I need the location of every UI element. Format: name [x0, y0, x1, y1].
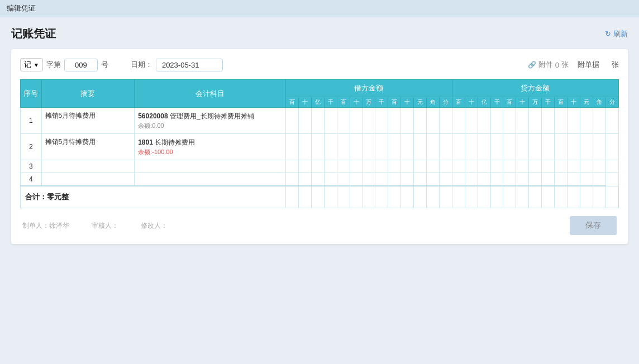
debit-cell-r1-c12[interactable] — [427, 108, 440, 134]
credit-cell-r1-c9[interactable] — [555, 108, 568, 134]
debit-cell-r1-c1[interactable] — [286, 108, 299, 134]
credit-cell-r3-c6[interactable] — [516, 160, 529, 173]
attachment-link[interactable]: 🔗 附件 0 张 — [528, 60, 569, 70]
credit-cell-r3-c11[interactable] — [580, 160, 593, 173]
debit-cell-r3-c8[interactable] — [375, 160, 388, 173]
debit-cell-r4-c11[interactable] — [414, 173, 427, 186]
row-summary-1[interactable]: 摊销5月待摊费用 — [41, 108, 135, 134]
debit-cell-r4-c2[interactable] — [298, 173, 311, 186]
debit-cell-r3-c3[interactable] — [311, 160, 324, 173]
debit-cell-r4-c13[interactable] — [439, 173, 452, 186]
credit-cell-r1-c7[interactable] — [529, 108, 542, 134]
credit-cell-r3-c5[interactable] — [503, 160, 516, 173]
row-summary-3[interactable] — [41, 160, 135, 173]
type-select[interactable]: 记 ▼ — [20, 58, 43, 71]
credit-cell-r2-c5[interactable] — [503, 134, 516, 160]
credit-cell-r3-c7[interactable] — [529, 160, 542, 173]
debit-cell-r2-c1[interactable] — [286, 134, 299, 160]
row-account-4[interactable] — [135, 173, 286, 186]
debit-cell-r4-c5[interactable] — [337, 173, 350, 186]
debit-cell-r4-c12[interactable] — [427, 173, 440, 186]
credit-cell-r1-c6[interactable] — [516, 108, 529, 134]
debit-cell-r1-c10[interactable] — [401, 108, 414, 134]
credit-cell-r2-c2[interactable] — [465, 134, 478, 160]
credit-cell-r1-c12[interactable] — [593, 108, 605, 134]
debit-cell-r2-c12[interactable] — [427, 134, 440, 160]
row-summary-4[interactable] — [41, 173, 135, 186]
credit-cell-r4-c1[interactable] — [452, 173, 465, 186]
debit-cell-r2-c13[interactable] — [439, 134, 452, 160]
debit-cell-r4-c10[interactable] — [401, 173, 414, 186]
credit-cell-r4-c2[interactable] — [465, 173, 478, 186]
credit-cell-r1-c13[interactable] — [605, 108, 618, 134]
credit-cell-r4-c7[interactable] — [529, 173, 542, 186]
credit-cell-r3-c8[interactable] — [542, 160, 555, 173]
credit-cell-r2-c1[interactable] — [452, 134, 465, 160]
credit-cell-r3-c10[interactable] — [568, 160, 580, 173]
debit-cell-r3-c11[interactable] — [414, 160, 427, 173]
debit-cell-r3-c1[interactable] — [286, 160, 299, 173]
credit-cell-r1-c4[interactable] — [490, 108, 503, 134]
credit-cell-r1-c8[interactable] — [542, 108, 555, 134]
credit-cell-r2-c6[interactable] — [516, 134, 529, 160]
debit-cell-r1-c4[interactable] — [324, 108, 337, 134]
debit-cell-r1-c8[interactable] — [375, 108, 388, 134]
credit-cell-r2-c11[interactable] — [580, 134, 593, 160]
debit-cell-r2-c6[interactable] — [350, 134, 363, 160]
debit-cell-r3-c6[interactable] — [350, 160, 363, 173]
credit-cell-r2-c3[interactable] — [478, 134, 490, 160]
debit-cell-r1-c7[interactable] — [363, 108, 375, 134]
save-button[interactable]: 保存 — [570, 216, 617, 235]
row-account-1[interactable]: 56020008 管理费用_长期待摊费用摊销余额:0.00 — [135, 108, 286, 134]
credit-cell-r3-c12[interactable] — [593, 160, 605, 173]
debit-cell-r4-c9[interactable] — [388, 173, 401, 186]
debit-cell-r2-c2[interactable] — [298, 134, 311, 160]
credit-cell-r1-c10[interactable] — [568, 108, 580, 134]
debit-cell-r2-c7[interactable] — [363, 134, 375, 160]
debit-cell-r3-c9[interactable] — [388, 160, 401, 173]
debit-cell-r4-c4[interactable] — [324, 173, 337, 186]
debit-cell-r3-c12[interactable] — [427, 160, 440, 173]
credit-cell-r2-c4[interactable] — [490, 134, 503, 160]
credit-cell-r2-c7[interactable] — [529, 134, 542, 160]
credit-cell-r2-c12[interactable] — [593, 134, 605, 160]
credit-cell-r2-c8[interactable] — [542, 134, 555, 160]
debit-cell-r4-c7[interactable] — [363, 173, 375, 186]
debit-cell-r2-c5[interactable] — [337, 134, 350, 160]
debit-cell-r2-c9[interactable] — [388, 134, 401, 160]
credit-cell-r2-c13[interactable] — [605, 134, 618, 160]
debit-cell-r3-c4[interactable] — [324, 160, 337, 173]
credit-cell-r3-c4[interactable] — [490, 160, 503, 173]
credit-cell-r4-c3[interactable] — [478, 173, 490, 186]
debit-cell-r2-c10[interactable] — [401, 134, 414, 160]
row-account-2[interactable]: 1801 长期待摊费用余额:-100.00 — [135, 134, 286, 160]
credit-cell-r4-c5[interactable] — [503, 173, 516, 186]
credit-cell-r1-c1[interactable] — [452, 108, 465, 134]
debit-cell-r2-c11[interactable] — [414, 134, 427, 160]
debit-cell-r3-c13[interactable] — [439, 160, 452, 173]
credit-cell-r4-c11[interactable] — [580, 173, 593, 186]
debit-cell-r1-c2[interactable] — [298, 108, 311, 134]
credit-cell-r3-c9[interactable] — [555, 160, 568, 173]
credit-cell-r3-c13[interactable] — [605, 160, 618, 173]
voucher-number-input[interactable] — [64, 59, 98, 71]
credit-cell-r1-c11[interactable] — [580, 108, 593, 134]
credit-cell-r2-c9[interactable] — [555, 134, 568, 160]
credit-cell-r4-c8[interactable] — [542, 173, 555, 186]
date-input[interactable] — [156, 59, 223, 71]
credit-cell-r1-c5[interactable] — [503, 108, 516, 134]
debit-cell-r4-c3[interactable] — [311, 173, 324, 186]
row-summary-2[interactable]: 摊销5月待摊费用 — [41, 134, 135, 160]
credit-cell-r3-c1[interactable] — [452, 160, 465, 173]
credit-cell-r4-c10[interactable] — [568, 173, 580, 186]
credit-cell-r4-c4[interactable] — [490, 173, 503, 186]
row-account-3[interactable] — [135, 160, 286, 173]
credit-cell-r4-c9[interactable] — [555, 173, 568, 186]
credit-cell-r3-c2[interactable] — [465, 160, 478, 173]
debit-cell-r4-c8[interactable] — [375, 173, 388, 186]
debit-cell-r2-c4[interactable] — [324, 134, 337, 160]
credit-cell-r2-c10[interactable] — [568, 134, 580, 160]
credit-cell-r1-c3[interactable] — [478, 108, 490, 134]
debit-cell-r1-c3[interactable] — [311, 108, 324, 134]
debit-cell-r4-c1[interactable] — [286, 173, 299, 186]
